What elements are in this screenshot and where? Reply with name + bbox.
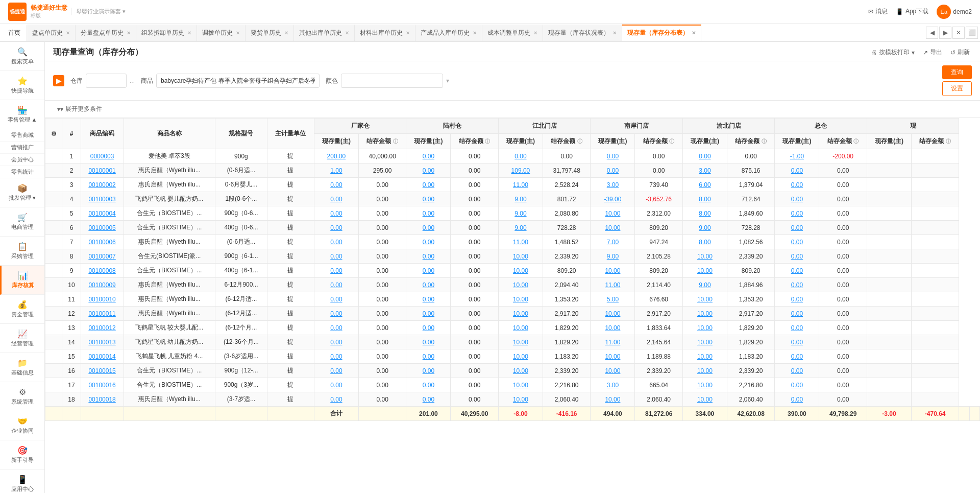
close-icon[interactable]: ✕ xyxy=(236,30,240,36)
info-icon3[interactable]: ⓘ xyxy=(577,138,582,144)
sidebar-item-appcenter[interactable]: 📱 应用中心 xyxy=(0,469,44,493)
tab-1[interactable]: 盘点单历史 ✕ xyxy=(27,25,76,41)
th-settings[interactable]: ⚙ xyxy=(45,119,62,149)
tab-6[interactable]: 其他出库单历史 ✕ xyxy=(294,25,355,41)
expand-more-btn[interactable]: ▾▾ 展开更多条件 xyxy=(53,103,972,115)
sidebar-item-collab[interactable]: 🤝 企业协同 xyxy=(0,411,44,440)
close-icon[interactable]: ✕ xyxy=(284,30,288,36)
table-row: 1400100013飞鹤星飞帆 幼儿配方奶...(12-36个月...提0.00… xyxy=(45,335,980,349)
info-icon4[interactable]: ⓘ xyxy=(669,138,674,144)
tab-maximize-btn[interactable]: ⬜ xyxy=(966,27,978,39)
th-spec: 规格型号 xyxy=(215,119,267,149)
tab-close-all-btn[interactable]: ✕ xyxy=(952,27,965,39)
tab-home[interactable]: 首页 xyxy=(2,25,27,41)
close-icon[interactable]: ✕ xyxy=(187,30,191,36)
user-area[interactable]: Ea demo2 xyxy=(937,5,972,19)
filter-warehouse: 仓库 ... xyxy=(70,74,135,88)
info-icon2[interactable]: ⓘ xyxy=(485,138,490,144)
sidebar-sub-stat[interactable]: 零售统计 xyxy=(0,166,44,178)
search-button[interactable]: 查询 xyxy=(942,65,972,79)
inventory-icon: 📊 xyxy=(4,271,42,280)
filter-bar: ▶ 仓库 ... 商品 颜色 ▾ 查询 设置 xyxy=(45,61,980,101)
th-na-qty: 现存量(主) xyxy=(591,134,635,149)
th-jb-amt: 结存金额 ⓘ xyxy=(543,134,590,149)
ops-icon: 📈 xyxy=(2,329,42,339)
sidebar-item-wholesale[interactable]: 📦 批发管理 ▾ xyxy=(0,178,44,207)
info-icon5[interactable]: ⓘ xyxy=(762,138,767,144)
inventory-table: ⚙ # 商品编码 商品名称 规格型号 主计量单位 厂家仓 陆村仓 江北门店 南岸… xyxy=(45,118,980,421)
close-icon[interactable]: ✕ xyxy=(692,30,696,36)
table-row: 900100008合生元（BIOSTIME）...400g（6-1...提0.0… xyxy=(45,264,980,278)
tab-2[interactable]: 分量盘点单历史 ✕ xyxy=(76,25,136,41)
store-selector[interactable]: 母婴行业演示陈套 ▾ xyxy=(71,8,126,15)
setting-button[interactable]: 设置 xyxy=(942,81,972,96)
sidebar-item-finance[interactable]: 💰 资金管理 xyxy=(0,295,44,324)
main-content: 现存量查询（库存分布） 🖨 按模板打印 ▾ ↗ 导出 ↺ 刷新 ▶ xyxy=(45,42,980,493)
table-row: 300100002惠氏启醒（Wyeth illu...0-6月婴儿...提0.0… xyxy=(45,178,980,192)
close-icon[interactable]: ✕ xyxy=(345,30,349,36)
sidebar-item-nav[interactable]: ⭐ 快捷导航 xyxy=(0,71,44,100)
color-dropdown-icon[interactable]: ▾ xyxy=(446,77,449,84)
message-btn[interactable]: ✉ 消息 xyxy=(868,7,888,16)
close-icon[interactable]: ✕ xyxy=(533,30,537,36)
tab-7[interactable]: 材料出库单历史 ✕ xyxy=(355,25,415,41)
top-right: ✉ 消息 📱 App下载 Ea demo2 xyxy=(868,5,972,19)
sidebar-item-retail[interactable]: 🏪 零售管理 ▲ xyxy=(0,100,44,129)
tab-4[interactable]: 调拨单历史 ✕ xyxy=(197,25,246,41)
tab-5[interactable]: 要货单历史 ✕ xyxy=(246,25,294,41)
tab-3[interactable]: 组装拆卸单历史 ✕ xyxy=(136,25,197,41)
sidebar-item-operations[interactable]: 📈 经营管理 xyxy=(0,324,44,353)
app-download-btn[interactable]: 📱 App下载 xyxy=(896,7,928,16)
tab-prev-btn[interactable]: ◀ xyxy=(926,27,938,39)
th-unit: 主计量单位 xyxy=(267,119,314,149)
filter-expand-btn[interactable]: ▶ xyxy=(53,75,64,86)
basic-icon: 📁 xyxy=(2,358,42,368)
tab-11[interactable]: 现存量（库存分布表） ✕ xyxy=(622,25,701,41)
page-title: 现存量查询（库存分布） xyxy=(53,47,143,58)
th-group-jiangbei: 江北门店 xyxy=(498,119,591,134)
export-btn[interactable]: ↗ 导出 xyxy=(921,47,944,58)
th-factory-amt: 结存金额 ⓘ xyxy=(358,134,406,149)
th-lucun-amt: 结存金额 ⓘ xyxy=(451,134,498,149)
close-icon[interactable]: ✕ xyxy=(127,30,131,36)
tab-next-btn[interactable]: ▶ xyxy=(939,27,951,39)
info-icon[interactable]: ⓘ xyxy=(393,138,398,144)
table-row: 800100007合生元(BIOSTIME)派...900g（6-1...提0.… xyxy=(45,249,980,264)
sidebar-sub-mall[interactable]: 零售商城 xyxy=(0,129,44,142)
logo-text: 畅捷通好生意 标版 xyxy=(31,4,67,19)
filter-color: 颜色 ▾ xyxy=(326,74,449,88)
color-input[interactable] xyxy=(341,74,443,88)
th-curr-amt: 结存金额 ⓘ xyxy=(911,134,959,149)
table-row: 500100004合生元（BIOSTIME）...900g（0-6...提0.0… xyxy=(45,206,980,221)
sidebar-sub-member[interactable]: 会员中心 xyxy=(0,154,44,166)
close-icon[interactable]: ✕ xyxy=(612,30,617,36)
tab-9[interactable]: 成本调整单历史 ✕ xyxy=(482,25,543,41)
th-jb-qty: 现存量(主) xyxy=(498,134,543,149)
refresh-icon: ↺ xyxy=(950,49,955,56)
sidebar-item-search[interactable]: 🔍 搜索英单 xyxy=(0,42,44,71)
purchase-icon: 📋 xyxy=(2,242,42,251)
sidebar-item-inventory[interactable]: 📊 库存核算 xyxy=(0,266,44,295)
tab-10[interactable]: 现存量（库存状况表） ✕ xyxy=(543,25,622,41)
tab-8[interactable]: 产成品入库单历史 ✕ xyxy=(415,25,482,41)
product-input[interactable] xyxy=(156,74,320,88)
table-row: 1800100018惠氏启醒（Wyeth illu...(3-7岁适...提0.… xyxy=(45,392,980,407)
info-icon7[interactable]: ⓘ xyxy=(946,138,951,144)
th-group-factory: 厂家仓 xyxy=(314,119,406,134)
print-btn[interactable]: 🖨 按模板打印 ▾ xyxy=(869,47,917,58)
close-icon[interactable]: ✕ xyxy=(406,30,410,36)
refresh-btn[interactable]: ↺ 刷新 xyxy=(948,47,972,58)
th-no: # xyxy=(62,119,81,149)
close-icon[interactable]: ✕ xyxy=(473,30,477,36)
star-icon: ⭐ xyxy=(2,76,42,86)
table-row: 200100001惠氏启醒（Wyeth illu...(0-6月适...提1.0… xyxy=(45,163,980,178)
warehouse-input[interactable] xyxy=(86,74,127,88)
sidebar-sub-marketing[interactable]: 营销推广 xyxy=(0,142,44,154)
sidebar-item-ecom[interactable]: 🛒 电商管理 xyxy=(0,207,44,237)
info-icon6[interactable]: ⓘ xyxy=(853,138,859,144)
sidebar-item-guide[interactable]: 🎯 新手引导 xyxy=(0,440,44,469)
sidebar-item-system[interactable]: ⚙ 系统管理 xyxy=(0,382,44,411)
sidebar-item-basic[interactable]: 📁 基础信息 xyxy=(0,353,44,382)
sidebar-item-purchase[interactable]: 📋 采购管理 xyxy=(0,237,44,266)
close-icon[interactable]: ✕ xyxy=(66,30,70,36)
